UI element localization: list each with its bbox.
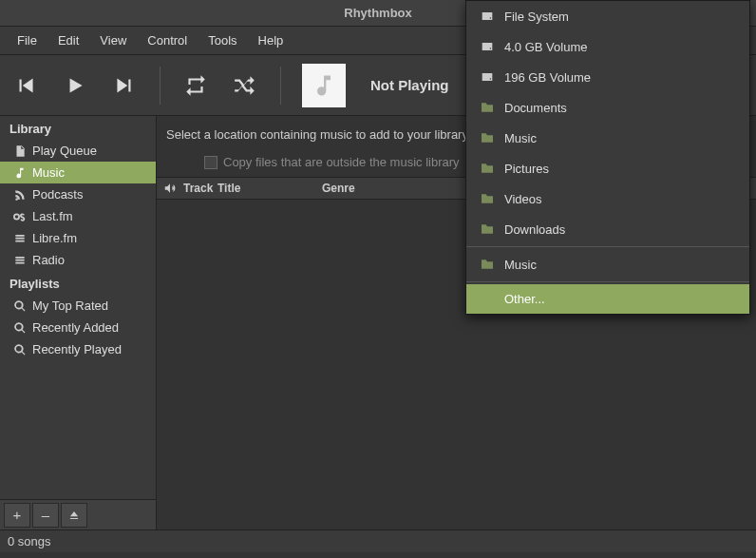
repeat-icon [183,73,208,98]
sidebar-item-label: Play Queue [32,144,97,158]
col-genre[interactable]: Genre [322,182,398,195]
file-icon [13,144,27,158]
menu-tools[interactable]: Tools [198,29,246,51]
search-icon [13,299,27,313]
menu-edit[interactable]: Edit [48,29,88,51]
dropdown-item-filesystem[interactable]: File System [466,1,749,31]
now-playing-label: Not Playing [370,77,449,93]
col-playing[interactable] [157,182,183,195]
music-note-icon [311,72,337,99]
album-art [302,64,346,107]
sidebar-footer: + – [0,499,156,529]
sidebar-item-librefm[interactable]: Libre.fm [0,227,156,249]
col-track[interactable]: Track [183,182,217,195]
sidebar-heading-library: Library [0,116,156,140]
sidebar-item-label: Music [32,165,65,180]
sidebar-item-label: My Top Rated [32,298,108,313]
dropdown-item-videos[interactable]: Videos [466,183,749,214]
sidebar-item-label: Podcasts [32,187,83,202]
dropdown-separator [466,281,749,282]
dropdown-item-pictures[interactable]: Pictures [466,153,749,183]
dropdown-item-label: Downloads [504,222,565,237]
dropdown-item-volume-196gb[interactable]: 196 GB Volume [466,62,749,92]
sidebar-item-recently-added[interactable]: Recently Added [0,317,156,338]
music-icon [13,166,27,180]
eject-icon [67,509,81,522]
menu-help[interactable]: Help [249,29,293,51]
sidebar-item-podcasts[interactable]: Podcasts [0,183,156,205]
dropdown-item-music-2[interactable]: Music [466,249,749,279]
skip-back-icon [13,73,38,98]
sidebar-item-label: Libre.fm [32,231,77,245]
menu-view[interactable]: View [90,29,136,51]
dropdown-item-label: Documents [504,101,567,115]
sidebar-item-top-rated[interactable]: My Top Rated [0,295,156,317]
dropdown-item-other[interactable]: Other... [466,284,749,314]
add-playlist-button[interactable]: + [4,503,30,528]
drive-icon [480,69,495,85]
search-icon [13,343,27,356]
svg-point-0 [490,17,491,18]
shuffle-icon [233,73,257,98]
sidebar-item-label: Last.fm [32,209,73,223]
menu-control[interactable]: Control [138,29,197,51]
skip-forward-icon [112,73,137,98]
statusbar: 0 songs [0,529,756,552]
status-text: 0 songs [8,534,51,548]
remove-playlist-button[interactable]: – [32,503,59,528]
folder-icon [480,191,495,206]
copy-files-checkbox[interactable] [204,156,217,169]
svg-point-1 [490,48,491,48]
play-icon [63,73,87,98]
dropdown-item-label: Music [504,131,537,145]
search-icon [13,321,27,335]
dropdown-separator [466,246,749,247]
folder-icon [480,221,495,237]
prev-button[interactable] [11,71,40,100]
speaker-icon [163,182,177,195]
sidebar-item-music[interactable]: Music [0,162,156,183]
minus-icon: – [42,507,49,523]
sidebar-item-recently-played[interactable]: Recently Played [0,338,156,360]
dropdown-item-volume-4gb[interactable]: 4.0 GB Volume [466,31,749,62]
menu-file[interactable]: File [8,29,47,51]
sidebar-item-radio[interactable]: Radio [0,249,156,271]
dropdown-item-label: Music [504,258,537,272]
play-button[interactable] [61,71,89,100]
sidebar-item-label: Recently Played [32,342,122,356]
folder-icon [480,161,495,176]
window-title: Rhythmbox [344,6,412,20]
list-icon [13,254,27,267]
folder-icon [480,130,495,145]
next-button[interactable] [110,71,139,100]
location-dropdown: File System 4.0 GB Volume 196 GB Volume … [465,0,750,315]
toolbar-divider [160,67,161,105]
dropdown-item-downloads[interactable]: Downloads [466,214,749,244]
dropdown-item-music[interactable]: Music [466,123,749,153]
sidebar-item-play-queue[interactable]: Play Queue [0,140,156,162]
plus-icon: + [13,507,22,523]
sidebar-heading-playlists: Playlists [0,271,156,295]
repeat-button[interactable] [181,71,210,100]
list-icon [13,232,27,245]
dropdown-item-label: Videos [504,192,542,206]
shuffle-button[interactable] [231,71,259,100]
lastfm-icon [13,210,27,223]
col-title[interactable]: Title [217,182,322,195]
copy-files-label: Copy files that are outside the music li… [223,155,460,169]
sidebar-item-label: Radio [32,253,65,267]
eject-button[interactable] [61,503,87,528]
drive-icon [480,39,495,54]
sidebar-item-label: Recently Added [32,320,119,335]
toolbar-divider [280,67,281,105]
folder-icon [480,257,495,272]
folder-icon [480,100,495,115]
dropdown-item-label: Pictures [504,162,549,176]
sidebar: Library Play Queue Music Podcasts Last.f… [0,116,157,529]
sidebar-item-lastfm[interactable]: Last.fm [0,205,156,227]
rss-icon [13,188,27,202]
dropdown-item-label: 196 GB Volume [504,70,591,85]
dropdown-item-documents[interactable]: Documents [466,92,749,123]
dropdown-item-label: File System [504,10,569,24]
dropdown-item-label: Other... [504,292,545,306]
